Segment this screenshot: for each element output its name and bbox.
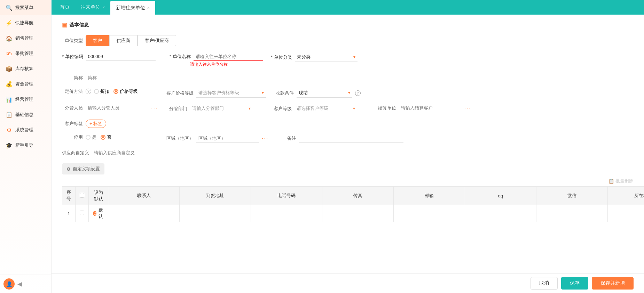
sidebar-label-system: 系统管理 xyxy=(15,127,33,133)
radio-no[interactable]: 否 xyxy=(101,134,111,140)
pricing-row: 定价方法 ? 折扣 价格等级 客户价格等级 请选择客户价格等级 xyxy=(62,88,634,98)
save-button[interactable]: 保存 xyxy=(561,277,588,290)
quick-nav-icon: ⚡ xyxy=(6,19,13,26)
row-region[interactable] xyxy=(608,205,644,222)
tab-new-partner-label: 新增往来单位 xyxy=(116,5,145,11)
sidebar-collapse-icon[interactable]: ◀ xyxy=(17,280,22,288)
col-email: 邮箱 xyxy=(394,187,465,205)
tab-partners-close[interactable]: × xyxy=(102,5,105,10)
system-icon: ⚙ xyxy=(6,127,13,133)
unit-type-row: 单位类型 客户 供应商 客户/供应商 xyxy=(62,35,634,46)
sidebar-item-basic[interactable]: 📋 基础信息 xyxy=(0,107,51,122)
radio-price-level-circle xyxy=(113,89,118,94)
sidebar-item-purchase[interactable]: 🛍 采购管理 xyxy=(0,46,51,61)
settlement-input[interactable] xyxy=(399,104,462,112)
sidebar-item-system[interactable]: ⚙ 系统管理 xyxy=(0,122,51,138)
row-region-input[interactable] xyxy=(612,210,644,218)
tab-new-partner-close[interactable]: × xyxy=(147,6,150,10)
sidebar-item-guide[interactable]: 🎓 新手引导 xyxy=(0,138,51,153)
region-input[interactable] xyxy=(196,134,259,143)
short-name-input[interactable] xyxy=(86,74,155,82)
radio-discount-label: 折扣 xyxy=(100,88,109,95)
remark-input[interactable] xyxy=(299,134,403,143)
btn-both[interactable]: 客户/供应商 xyxy=(138,35,176,46)
radio-yes-circle xyxy=(86,135,91,140)
radio-discount-circle xyxy=(94,89,99,94)
radio-no-circle xyxy=(101,135,105,140)
pricing-help-icon[interactable]: ? xyxy=(86,89,91,94)
radio-price-level[interactable]: 价格等级 xyxy=(113,88,138,95)
disabled-radio-group: 是 否 xyxy=(86,134,111,140)
customer-level-select[interactable]: 请选择客户等级 ▾ xyxy=(294,104,357,113)
batch-delete-label: 批量删除 xyxy=(615,178,634,184)
settlement-dots[interactable]: ··· xyxy=(464,105,471,111)
row-qq-input[interactable] xyxy=(469,210,532,218)
sidebar-item-finance[interactable]: 💰 资金管理 xyxy=(0,76,51,92)
sidebar-label-purchase: 采购管理 xyxy=(15,50,33,57)
tab-new-partner[interactable]: 新增往来单位 × xyxy=(110,1,155,15)
add-tag-button[interactable]: + 标签 xyxy=(86,120,106,128)
btn-customer[interactable]: 客户 xyxy=(86,35,109,46)
finance-icon: 💰 xyxy=(6,81,13,88)
department-label: 分管部门 xyxy=(166,106,187,112)
sidebar-item-operations[interactable]: 📊 经营管理 xyxy=(0,92,51,107)
row-fax-input[interactable] xyxy=(327,210,389,218)
row-wechat-input[interactable] xyxy=(541,210,603,218)
section-title-text: 基本信息 xyxy=(69,22,89,28)
row-default-radio-circle xyxy=(93,211,96,216)
supplier-custom-row: 供应商自定义 xyxy=(62,149,634,157)
user-avatar[interactable]: 👤 xyxy=(3,278,15,290)
pricing-method-group: 定价方法 ? 折扣 价格等级 xyxy=(62,88,159,95)
unit-category-select[interactable]: 未分类 ▾ xyxy=(295,52,358,62)
col-qq: qq xyxy=(465,187,536,205)
sidebar-item-quick-nav[interactable]: ⚡ 快捷导航 xyxy=(0,15,51,31)
sidebar-item-inventory[interactable]: 📦 库存核算 xyxy=(0,61,51,76)
search-icon: 🔍 xyxy=(6,4,13,11)
select-all-checkbox[interactable] xyxy=(80,193,84,197)
row-address-input[interactable] xyxy=(184,210,246,218)
unit-category-chevron: ▾ xyxy=(353,55,355,59)
department-select[interactable]: 请输入分管部门 ▾ xyxy=(190,104,253,113)
unit-code-input[interactable] xyxy=(86,52,156,61)
btn-supplier[interactable]: 供应商 xyxy=(109,35,138,46)
row-email[interactable] xyxy=(394,205,465,222)
tab-partners[interactable]: 往来单位 × xyxy=(75,0,110,15)
manager-dots[interactable]: ··· xyxy=(151,105,158,111)
unit-name-input[interactable] xyxy=(194,52,263,61)
manager-input[interactable] xyxy=(86,104,148,112)
disabled-label: 停用 xyxy=(62,134,83,140)
tab-home[interactable]: 首页 xyxy=(54,0,75,15)
save-and-new-button[interactable]: 保存并新增 xyxy=(592,277,634,290)
row-wechat[interactable] xyxy=(536,205,608,222)
sidebar-item-search[interactable]: 🔍 搜索菜单 xyxy=(0,0,51,15)
row-qq[interactable] xyxy=(465,205,536,222)
cancel-button[interactable]: 取消 xyxy=(531,277,558,290)
row-default-radio[interactable]: 默认 xyxy=(93,207,104,220)
radio-yes[interactable]: 是 xyxy=(86,134,96,140)
row-fax[interactable] xyxy=(322,205,394,222)
customer-price-group: 客户价格等级 请选择客户价格等级 ▾ xyxy=(166,88,266,98)
row-checkbox[interactable] xyxy=(80,211,84,215)
supplier-custom-input[interactable] xyxy=(92,149,162,157)
payment-terms-label: 收款条件 xyxy=(273,90,294,96)
payment-terms-select[interactable]: 现结 ▾ xyxy=(297,88,352,98)
radio-discount[interactable]: 折扣 xyxy=(94,88,109,95)
row-default-label: 默认 xyxy=(98,207,104,220)
row-address[interactable] xyxy=(180,205,251,222)
row-contact-input[interactable] xyxy=(112,210,175,218)
customer-level-placeholder: 请选择客户等级 xyxy=(297,105,352,112)
section-title-icon: ▣ xyxy=(62,22,67,28)
operations-icon: 📊 xyxy=(6,96,13,103)
row-contact[interactable] xyxy=(108,205,180,222)
payment-terms-help[interactable]: ? xyxy=(355,90,361,96)
window-close-button[interactable]: × xyxy=(635,143,638,150)
row-phone-input[interactable] xyxy=(255,210,318,218)
row-phone[interactable] xyxy=(251,205,322,222)
sidebar-item-sales[interactable]: 🏠 销售管理 xyxy=(0,31,51,46)
supplier-custom-group: 供应商自定义 xyxy=(62,149,162,157)
tab-home-label: 首页 xyxy=(60,4,70,10)
custom-settings-button[interactable]: ⚙ 自定义项设置 xyxy=(62,163,104,174)
region-dots[interactable]: ··· xyxy=(262,135,268,141)
row-email-input[interactable] xyxy=(398,210,461,218)
customer-price-select[interactable]: 请选择客户价格等级 ▾ xyxy=(196,88,266,98)
